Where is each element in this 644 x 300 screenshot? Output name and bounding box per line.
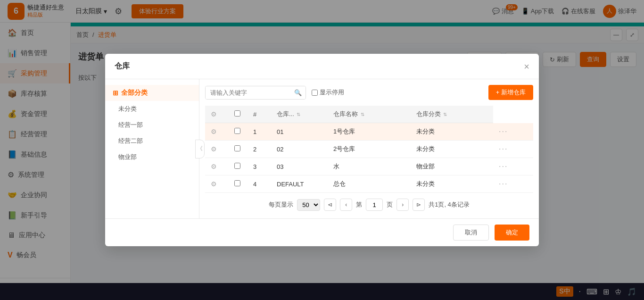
cat-all-label: 全部分类	[121, 89, 148, 97]
th-num: #	[248, 106, 271, 123]
table-scroll-area: ⚙ # 仓库... ⇅	[205, 106, 533, 193]
search-icon[interactable]: 🔍	[290, 86, 305, 99]
warehouse-table: ⚙ # 仓库... ⇅	[205, 106, 533, 193]
row-check[interactable]	[229, 141, 248, 158]
th-check	[229, 106, 248, 123]
table-head-row: ⚙ # 仓库... ⇅	[205, 106, 533, 123]
row-code: 01	[271, 123, 328, 141]
row-code: 02	[271, 141, 328, 158]
table-area: 🔍 显示停用 + 新增仓库 ⚙	[199, 79, 539, 218]
th-gear: ⚙	[205, 106, 229, 123]
row-name: 1号仓库	[328, 123, 411, 141]
modal-overlay: 仓库 × ⊞ 全部分类 未分类 经营一部 经营二部 物业部 《	[0, 0, 644, 300]
row-gear[interactable]: ⚙	[205, 141, 229, 158]
category-sidebar: ⊞ 全部分类 未分类 经营一部 经营二部 物业部 《	[105, 79, 199, 218]
table-row[interactable]: ⚙ 2 02 2号仓库 未分类 ···	[205, 141, 533, 158]
show-disabled-label: 显示停用	[312, 88, 344, 97]
modal-body: ⊞ 全部分类 未分类 经营一部 经营二部 物业部 《 🔍	[105, 79, 539, 218]
modal-footer: 取消 确定	[105, 218, 539, 246]
cat-all-item[interactable]: ⊞ 全部分类	[105, 85, 199, 101]
table-row[interactable]: ⚙ 1 01 1号仓库 未分类 ···	[205, 123, 533, 141]
modal-title: 仓库	[115, 61, 130, 71]
page-number-input[interactable]	[366, 199, 383, 211]
row-more[interactable]: ···	[493, 123, 533, 141]
page-prev-btn[interactable]: ‹	[340, 199, 352, 211]
search-box: 🔍	[205, 86, 306, 100]
cat-item-0[interactable]: 未分类	[105, 101, 199, 117]
select-all-checkbox[interactable]	[234, 110, 240, 117]
confirm-button[interactable]: 确定	[495, 225, 529, 241]
table-row[interactable]: ⚙ 4 DEFAULT 总仓 未分类 ···	[205, 175, 533, 193]
page-first-btn[interactable]: ⊲	[324, 199, 336, 211]
row-gear[interactable]: ⚙	[205, 158, 229, 175]
row-check[interactable]	[229, 175, 248, 193]
per-page-select[interactable]: 50	[297, 199, 320, 211]
row-code: 03	[271, 158, 328, 175]
table-row[interactable]: ⚙ 3 03 水 物业部 ···	[205, 158, 533, 175]
cat-all-icon: ⊞	[113, 89, 118, 97]
row-num: 4	[248, 175, 271, 193]
row-num: 1	[248, 123, 271, 141]
cat-item-1[interactable]: 经营一部	[105, 117, 199, 133]
row-num: 2	[248, 141, 271, 158]
row-name: 总仓	[328, 175, 411, 193]
page-next-btn[interactable]: ›	[396, 199, 409, 211]
row-name: 水	[328, 158, 411, 175]
warehouse-modal: 仓库 × ⊞ 全部分类 未分类 经营一部 经营二部 物业部 《	[105, 54, 539, 246]
page-last-btn[interactable]: ⊳	[413, 199, 425, 211]
modal-close-button[interactable]: ×	[524, 62, 529, 71]
row-category: 未分类	[411, 141, 494, 158]
row-more[interactable]: ···	[493, 175, 533, 193]
th-category[interactable]: 仓库分类 ⇅	[411, 106, 494, 123]
row-gear[interactable]: ⚙	[205, 175, 229, 193]
row-more[interactable]: ···	[493, 141, 533, 158]
add-warehouse-button[interactable]: + 新增仓库	[488, 85, 533, 100]
th-code[interactable]: 仓库... ⇅	[271, 106, 328, 123]
row-more[interactable]: ···	[493, 158, 533, 175]
cat-item-2[interactable]: 经营二部	[105, 133, 199, 149]
row-check[interactable]	[229, 123, 248, 141]
pagination: 每页显示 50 ⊲ ‹ 第 页 › ⊳ 共1页, 4条记录	[205, 193, 533, 213]
row-num: 3	[248, 158, 271, 175]
search-input[interactable]	[206, 86, 290, 99]
row-check[interactable]	[229, 158, 248, 175]
page-total-info: 共1页, 4条记录	[429, 200, 470, 209]
row-category: 未分类	[411, 175, 494, 193]
row-category: 物业部	[411, 158, 494, 175]
table-toolbar: 🔍 显示停用 + 新增仓库	[205, 85, 533, 100]
show-disabled-checkbox[interactable]	[312, 90, 318, 96]
row-category: 未分类	[411, 123, 494, 141]
row-code: DEFAULT	[271, 175, 328, 193]
table-body: ⚙ 1 01 1号仓库 未分类 ··· ⚙	[205, 123, 533, 193]
row-gear[interactable]: ⚙	[205, 123, 229, 141]
th-name[interactable]: 仓库名称 ⇅	[328, 106, 411, 123]
category-collapse-button[interactable]: 《	[195, 140, 205, 158]
cat-item-3[interactable]: 物业部	[105, 149, 199, 165]
modal-header: 仓库 ×	[105, 54, 539, 79]
cancel-button[interactable]: 取消	[453, 225, 489, 241]
row-name: 2号仓库	[328, 141, 411, 158]
table-head: ⚙ # 仓库... ⇅	[205, 106, 533, 123]
